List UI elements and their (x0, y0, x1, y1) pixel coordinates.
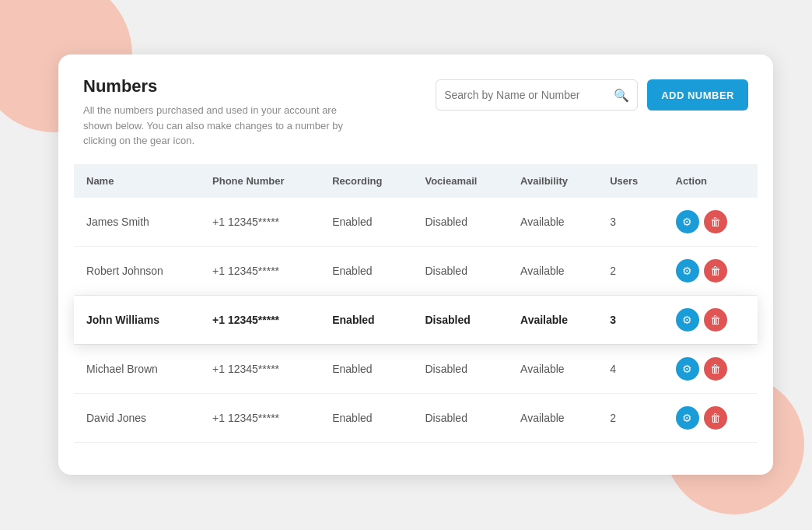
gear-button[interactable]: ⚙ (676, 308, 699, 332)
table-cell: 3 (597, 295, 663, 344)
table-cell: Robert Johnson (74, 246, 200, 295)
table-cell: Disabled (412, 344, 508, 393)
col-phone: Phone Number (200, 164, 320, 198)
page-title: Numbers (83, 76, 363, 97)
action-cell: ⚙ 🗑 (663, 344, 758, 393)
gear-button[interactable]: ⚙ (676, 357, 699, 381)
table-cell: John Williams (74, 295, 200, 344)
col-voicemail: Vocieamail (412, 164, 508, 198)
page-description: All the numbers purchased and used in yo… (83, 103, 363, 149)
table-row: David Jones+1 12345*****EnabledDisabledA… (74, 393, 758, 442)
header-left: Numbers All the numbers purchased and us… (83, 76, 363, 149)
delete-button[interactable]: 🗑 (704, 210, 727, 233)
action-cell: ⚙ 🗑 (663, 198, 758, 247)
search-input[interactable] (444, 89, 614, 101)
table-cell: Disabled (412, 246, 508, 295)
gear-button[interactable]: ⚙ (676, 406, 699, 430)
delete-button[interactable]: 🗑 (704, 308, 727, 332)
action-cell: ⚙ 🗑 (663, 393, 758, 442)
search-box[interactable]: 🔍 (436, 79, 638, 111)
table-cell: Available (508, 295, 597, 344)
table-cell: +1 12345***** (200, 393, 320, 442)
table-cell: 3 (597, 198, 663, 247)
table-cell: David Jones (74, 393, 200, 442)
table-row: James Smith+1 12345*****EnabledDisabledA… (74, 198, 758, 247)
table-cell: Michael Brown (74, 344, 200, 393)
table-cell: Enabled (320, 295, 412, 344)
col-recording: Recording (320, 164, 412, 198)
gear-button[interactable]: ⚙ (676, 210, 699, 233)
table-cell: 2 (597, 246, 663, 295)
table-cell: Disabled (412, 198, 508, 247)
main-card: Numbers All the numbers purchased and us… (58, 54, 773, 475)
table-cell: +1 12345***** (200, 344, 320, 393)
table-cell: Available (508, 198, 597, 247)
action-cell: ⚙ 🗑 (663, 295, 758, 344)
add-number-button[interactable]: ADD NUMBER (647, 79, 748, 111)
delete-button[interactable]: 🗑 (704, 357, 727, 381)
table-cell: 4 (597, 344, 663, 393)
table-cell: James Smith (74, 198, 200, 247)
table-cell: Enabled (320, 198, 412, 247)
table-cell: +1 12345***** (200, 198, 320, 247)
table-row: John Williams+1 12345*****EnabledDisable… (74, 295, 758, 344)
gear-button[interactable]: ⚙ (676, 259, 699, 283)
col-action: Action (663, 164, 758, 198)
table-cell: +1 12345***** (200, 246, 320, 295)
col-users: Users (597, 164, 663, 198)
table-cell: 2 (597, 393, 663, 442)
search-icon: 🔍 (614, 88, 629, 103)
table-cell: Disabled (412, 295, 508, 344)
table-row: Robert Johnson+1 12345*****EnabledDisabl… (74, 246, 758, 295)
table-row: Michael Brown+1 12345*****EnabledDisable… (74, 344, 758, 393)
col-availability: Availbility (508, 164, 597, 198)
table-cell: Enabled (320, 393, 412, 442)
table-cell: Enabled (320, 246, 412, 295)
delete-button[interactable]: 🗑 (704, 259, 727, 283)
col-name: Name (74, 164, 200, 198)
card-header: Numbers All the numbers purchased and us… (58, 54, 773, 164)
numbers-table: Name Phone Number Recording Vocieamail A… (74, 164, 758, 443)
table-cell: +1 12345***** (200, 295, 320, 344)
delete-button[interactable]: 🗑 (704, 406, 727, 430)
table-cell: Available (508, 246, 597, 295)
table-cell: Available (508, 393, 597, 442)
table-cell: Disabled (412, 393, 508, 442)
table-header-row: Name Phone Number Recording Vocieamail A… (74, 164, 758, 198)
table-cell: Available (508, 344, 597, 393)
header-right: 🔍 ADD NUMBER (436, 79, 748, 111)
table-cell: Enabled (320, 344, 412, 393)
table-wrap: Name Phone Number Recording Vocieamail A… (58, 164, 773, 443)
action-cell: ⚙ 🗑 (663, 246, 758, 295)
